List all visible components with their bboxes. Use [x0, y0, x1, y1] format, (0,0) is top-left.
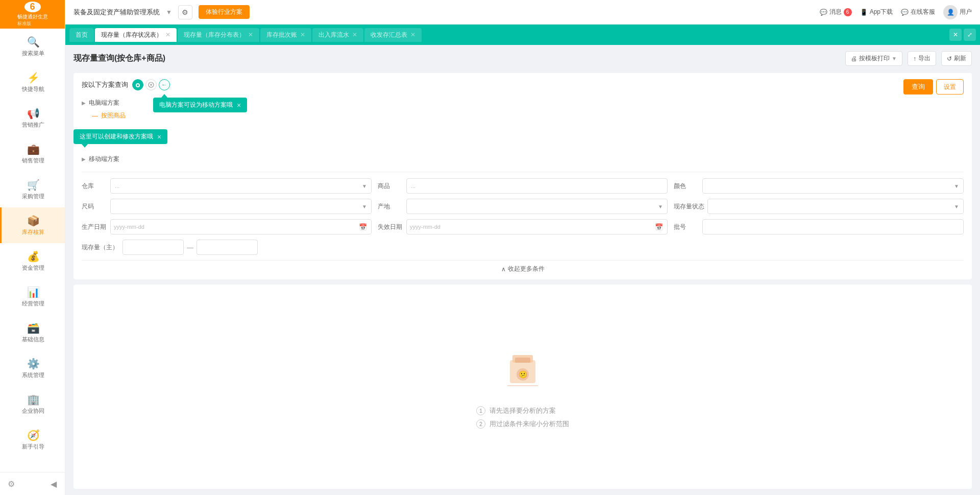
origin-select[interactable]: ▼ [406, 199, 668, 214]
sidebar-item-sales[interactable]: 💼 销售管理 [0, 136, 65, 172]
calendar-icon-2: 📅 [655, 223, 663, 231]
refresh-button[interactable]: ↺ 刷新 [941, 51, 972, 66]
operation-icon: 📊 [27, 286, 40, 298]
tab-close-stock-dist[interactable]: ✕ [248, 31, 253, 38]
warehouse-select[interactable]: ... ▼ [110, 178, 372, 194]
content-area: 现存量查询(按仓库+商品) 🖨 按模板打印 ▼ ↑ 导出 ↺ 刷新 [65, 45, 980, 495]
settings-icon[interactable]: ⚙ [5, 478, 17, 490]
sidebar-item-marketing[interactable]: 📢 营销推广 [0, 100, 65, 136]
mfg-date-start[interactable]: yyyy-mm-dd 📅 [110, 219, 372, 234]
logo-text: 畅捷通好生意 标准版 [17, 13, 48, 27]
tab-close-batch[interactable]: ✕ [300, 31, 305, 38]
stock-icon: 📦 [27, 215, 40, 227]
filter-row-4: 现存量（主） — [82, 240, 964, 255]
tab-close-inout[interactable]: ✕ [352, 31, 357, 38]
avatar-circle: 👤 [943, 5, 958, 19]
online-service-button[interactable]: 💬 在线客服 [901, 8, 935, 16]
industry-button[interactable]: 体验行业方案 [199, 5, 250, 19]
sidebar-item-base[interactable]: 🗃️ 基础信息 [0, 315, 65, 350]
color-select-arrow: ▼ [954, 183, 959, 189]
system-icon: ⚙️ [27, 358, 40, 370]
collapse-sidebar-icon[interactable]: ◀ [47, 478, 60, 490]
stock-status-label: 现存量状态 [674, 202, 704, 211]
service-icon: 💬 [901, 9, 909, 16]
topbar-dropdown-arrow[interactable]: ▼ [166, 9, 172, 16]
batch-input[interactable] [702, 219, 964, 234]
print-icon: 🖨 [851, 55, 857, 62]
scheme-item-mobile[interactable]: ▶ 移动端方案 [82, 153, 964, 166]
sidebar-bottom: ⚙ ◀ [0, 472, 65, 495]
sidebar-item-quick[interactable]: ⚡ 快捷导航 [0, 64, 65, 100]
stock-max-input[interactable] [197, 240, 258, 255]
warehouse-label: 仓库 [82, 182, 107, 191]
stock-main-label: 现存量（主） [82, 243, 118, 252]
user-avatar[interactable]: 👤 用户 [943, 5, 972, 19]
marketing-icon: 📢 [27, 107, 40, 120]
tab-expand-button[interactable]: ⤢ [964, 29, 976, 41]
mfg-date-field: 生产日期 yyyy-mm-dd 📅 [82, 219, 372, 234]
mobile-scheme-row: ▶ 移动端方案 [82, 153, 964, 166]
left-arrow-button[interactable]: ← [159, 79, 170, 90]
sidebar-item-search[interactable]: 🔍 搜索菜单 [0, 29, 65, 64]
warehouse-field: 仓库 ... ▼ [82, 178, 372, 194]
collapse-more-button[interactable]: ∧ 收起更多条件 [501, 265, 545, 273]
search-button[interactable]: 查询 [903, 79, 933, 95]
stock-status-field: 现存量状态 ▼ [674, 199, 964, 214]
goods-select[interactable]: ... [406, 178, 668, 194]
batch-field: 批号 [674, 219, 964, 234]
export-icon: ↑ [913, 55, 916, 62]
page-title-bar: 现存量查询(按仓库+商品) 🖨 按模板打印 ▼ ↑ 导出 ↺ 刷新 [74, 51, 972, 68]
sidebar-item-finance[interactable]: 💰 资金管理 [0, 243, 65, 279]
tab-receive[interactable]: 收发存汇总表 ✕ [364, 28, 422, 42]
color-select[interactable]: ▼ [702, 178, 964, 194]
goods-field: 商品 ... [378, 178, 668, 194]
mfg-date-range: yyyy-mm-dd 📅 [110, 219, 372, 234]
print-button[interactable]: 🖨 按模板打印 ▼ [845, 51, 902, 66]
svg-rect-5 [515, 358, 530, 363]
size-select[interactable]: ▼ [110, 199, 372, 214]
tab-stock-dist[interactable]: 现存量（库存分布表） ✕ [178, 28, 259, 42]
gear-button[interactable]: ⚙ [178, 5, 192, 19]
tab-close-receive[interactable]: ✕ [410, 31, 415, 38]
export-button[interactable]: ↑ 导出 [908, 51, 936, 66]
origin-field: 产地 ▼ [378, 199, 668, 214]
message-button[interactable]: 💬 消息 6 [820, 8, 852, 16]
empty-text: 1 请先选择要分析的方案 2 用过滤条件来缩小分析范围 [476, 406, 569, 429]
message-icon: 💬 [820, 9, 827, 16]
sidebar-item-operation[interactable]: 📊 经营管理 [0, 279, 65, 315]
base-icon: 🗃️ [27, 322, 40, 334]
sidebar-item-system[interactable]: ⚙️ 系统管理 [0, 350, 65, 386]
sidebar-item-purchase[interactable]: 🛒 采购管理 [0, 172, 65, 207]
tab-home[interactable]: 首页 [69, 28, 94, 42]
sidebar-item-corp[interactable]: 🏢 企业协同 [0, 386, 65, 422]
sidebar-logo: 6 畅捷通好生意 标准版 [0, 0, 65, 29]
tooltip-scheme-mobile: 电脑方案可设为移动方案哦 × [153, 98, 247, 112]
edit-scheme-button[interactable] [145, 79, 157, 90]
reset-button[interactable]: 设置 [936, 79, 964, 95]
stock-min-input[interactable] [122, 240, 184, 255]
divider [82, 172, 964, 172]
chevron-up-icon: ∧ [501, 266, 506, 273]
tooltip1-close-button[interactable]: × [237, 101, 241, 109]
tabbar: 首页 现存量（库存状况表） ✕ 现存量（库存分布表） ✕ 库存批次账 ✕ 出入库… [65, 25, 980, 45]
tab-batch[interactable]: 库存批次账 ✕ [260, 28, 311, 42]
origin-select-arrow: ▼ [658, 204, 663, 209]
tab-close-stock-status[interactable]: ✕ [165, 31, 170, 38]
app-download-button[interactable]: 📱 App下载 [860, 8, 893, 16]
size-label: 尺码 [82, 202, 107, 211]
tab-inout[interactable]: 出入库流水 ✕ [312, 28, 363, 42]
empty-step-1: 1 请先选择要分析的方案 [476, 406, 569, 415]
sidebar-item-guide[interactable]: 🧭 新手引导 [0, 422, 65, 458]
exp-date-start[interactable]: yyyy-mm-dd 📅 [406, 219, 668, 234]
sidebar-item-stock[interactable]: 📦 库存核算 [0, 207, 65, 243]
tooltip2-close-button[interactable]: × [157, 133, 161, 141]
filter-header: 按以下方案查询 + ← 电脑方案可设为移动方案哦 × [82, 79, 964, 90]
pc-expand-arrow: ▶ [82, 100, 86, 106]
phone-icon: 📱 [860, 9, 868, 16]
tab-stock-status[interactable]: 现存量（库存状况表） ✕ [95, 28, 177, 42]
quick-nav-icon: ⚡ [27, 72, 40, 84]
stock-status-select[interactable]: ▼ [707, 199, 964, 214]
corp-icon: 🏢 [27, 393, 40, 406]
tab-close-all-button[interactable]: ✕ [949, 29, 962, 41]
svg-text:😕: 😕 [519, 370, 528, 379]
